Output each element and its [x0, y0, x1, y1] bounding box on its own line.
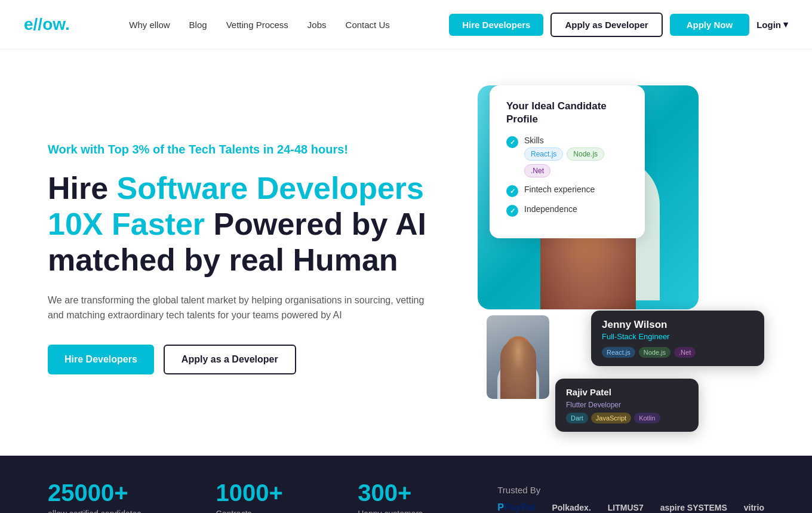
nav-jobs[interactable]: Jobs: [307, 20, 327, 30]
nav-actions: Hire Developers Apply as Developer Apply…: [449, 13, 788, 37]
stats-bar: 25000+ ellow certified candidates 1000+ …: [0, 456, 812, 513]
hire-developers-hero-button[interactable]: Hire Developers: [48, 345, 154, 374]
skills-tags: React.js Node.js .Net: [524, 148, 628, 177]
apply-now-nav-button[interactable]: Apply Now: [670, 14, 750, 36]
jenny-wilson-card: Jenny Wilson Full-Stack Engineer React.j…: [591, 311, 764, 366]
apply-as-developer-hero-button[interactable]: Apply as a Developer: [164, 345, 296, 374]
nav-why-ellow[interactable]: Why ellow: [129, 20, 170, 30]
stat-customers-number: 300+: [358, 480, 423, 506]
apply-as-developer-nav-button[interactable]: Apply as Developer: [550, 13, 662, 37]
fintech-check-icon: [506, 185, 518, 197]
rajiv-tags: Dart JavaScript Kotlin: [566, 413, 688, 423]
litmus7-logo: LITMUS7: [608, 503, 644, 512]
nav-links: Why ellow Blog Vetting Process Jobs Cont…: [129, 20, 390, 30]
nav-contact-us[interactable]: Contact Us: [346, 20, 390, 30]
skills-label: Skills: [524, 136, 628, 145]
hero-left: Work with Top 3% of the Tech Talents in …: [48, 143, 478, 374]
trusted-by-section: Trusted By PPayPal Polkadex. LITMUS7 asp…: [497, 485, 764, 513]
logo-llow: //ow.: [33, 15, 70, 33]
skills-item: Skills React.js Node.js .Net: [506, 136, 628, 177]
tag-nodejs: Node.js: [567, 148, 604, 161]
hero-h1-10x: 10X Faster: [48, 207, 205, 241]
stat-customers: 300+ Happy customers: [358, 480, 423, 513]
paypal-logo: PPayPal: [497, 502, 535, 513]
nav-blog[interactable]: Blog: [189, 20, 207, 30]
hero-right: Your Ideal Candidate Profile Skills Reac…: [478, 85, 764, 432]
aspire-logo: aspire SYSTEMS: [660, 503, 727, 512]
jenny-tag-dotnet: .Net: [674, 347, 696, 358]
rajiv-tag-javascript: JavaScript: [591, 413, 631, 423]
fintech-item: Fintech experience: [506, 185, 628, 197]
trusted-by-label: Trusted By: [497, 485, 764, 495]
fintech-label: Fintech experience: [524, 185, 595, 194]
stat-customers-label: Happy customers: [358, 509, 423, 513]
hero-description: We are transforming the global talent ma…: [48, 293, 442, 323]
stat-contracts: 1000+ Contracts: [216, 480, 283, 513]
rajiv-photo: [487, 315, 549, 399]
rajiv-head: [505, 336, 531, 363]
trusted-logos: PPayPal Polkadex. LITMUS7 aspire SYSTEMS…: [497, 502, 764, 513]
stat-candidates-label: ellow certified candidates: [48, 509, 141, 513]
tag-reactjs: React.js: [524, 148, 563, 161]
rajiv-patel-card: Rajiv Patel Flutter Developer Dart JavaS…: [555, 379, 699, 432]
tag-dotnet: .Net: [524, 164, 550, 177]
hire-developers-nav-button[interactable]: Hire Developers: [449, 14, 543, 36]
rajiv-tag-dart: Dart: [566, 413, 588, 423]
rajiv-name: Rajiv Patel: [566, 387, 688, 397]
hero-tagline: Work with Top 3% of the Tech Talents in …: [48, 143, 478, 156]
independence-check-icon: [506, 205, 518, 217]
nav-vetting-process[interactable]: Vetting Process: [226, 20, 288, 30]
stat-candidates-number: 25000+: [48, 480, 141, 506]
hero-section: Work with Top 3% of the Tech Talents in …: [0, 50, 812, 456]
stat-contracts-label: Contracts: [216, 509, 283, 513]
stat-contracts-number: 1000+: [216, 480, 283, 506]
rajiv-tag-kotlin: Kotlin: [634, 413, 660, 423]
jenny-role: Full-Stack Engineer: [602, 332, 753, 341]
independence-item: Independence: [506, 204, 628, 217]
jenny-tags: React.js Node.js .Net: [602, 347, 753, 358]
hero-h1-part1: Hire: [48, 171, 117, 205]
jenny-tag-reactjs: React.js: [602, 347, 635, 358]
skills-check-icon: [506, 136, 518, 148]
hero-h1-cyan: Software Developers: [117, 171, 424, 205]
jenny-tag-nodejs: Node.js: [639, 347, 670, 358]
login-button[interactable]: Login ▾: [756, 19, 788, 30]
vitrio-logo: vitrio: [744, 503, 764, 512]
independence-label: Independence: [524, 204, 577, 214]
logo-e: e: [24, 15, 33, 33]
hero-heading: Hire Software Developers 10X Faster Powe…: [48, 171, 478, 278]
rajiv-role: Flutter Developer: [566, 401, 688, 409]
navigation: e//ow. Why ellow Blog Vetting Process Jo…: [0, 0, 812, 50]
stat-candidates: 25000+ ellow certified candidates: [48, 480, 141, 513]
chevron-down-icon: ▾: [783, 19, 788, 30]
candidate-profile-card: Your Ideal Candidate Profile Skills Reac…: [490, 85, 645, 238]
polkadex-logo: Polkadex.: [552, 503, 590, 512]
hero-buttons: Hire Developers Apply as a Developer: [48, 345, 478, 374]
rajiv-body: [497, 360, 539, 399]
jenny-name: Jenny Wilson: [602, 319, 753, 331]
candidate-card-title: Your Ideal Candidate Profile: [506, 100, 628, 126]
logo[interactable]: e//ow.: [24, 15, 70, 34]
